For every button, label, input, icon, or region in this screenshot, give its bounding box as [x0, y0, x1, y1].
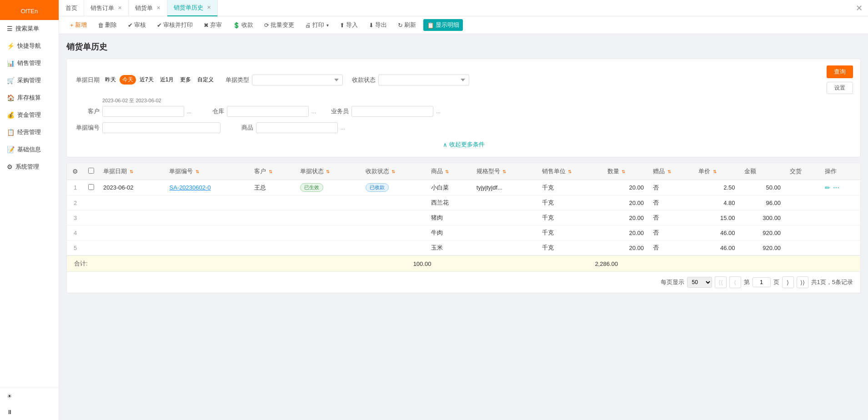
date-tag-custom[interactable]: 自定义	[195, 75, 216, 85]
gift-cell: 否	[648, 225, 694, 240]
sidebar-item-purchase-mgmt[interactable]: 🛒 采购管理	[0, 72, 59, 89]
tab-sales-order-close[interactable]: ✕	[118, 5, 122, 11]
product-ellipsis[interactable]: ...	[341, 125, 345, 131]
price-sort-icon[interactable]: ⇅	[713, 169, 717, 174]
payment-status-cell: 已收款	[361, 180, 426, 195]
sidebar-item-basic-info[interactable]: 📝 基础信息	[0, 141, 59, 158]
last-page-btn[interactable]: ⟩⟩	[797, 276, 808, 288]
checkbox-cell	[84, 195, 99, 210]
amount-cell: 50.00	[740, 180, 786, 195]
delete-button[interactable]: 🗑 删除	[94, 19, 120, 31]
sidebar-item-sales-mgmt[interactable]: 📊 销售管理	[0, 55, 59, 72]
sidebar-bottom-btn2[interactable]: ⏸	[0, 404, 59, 420]
paymentstatus-sort-icon[interactable]: ⇅	[391, 169, 395, 174]
customer-ellipsis[interactable]: ...	[187, 108, 191, 115]
product-sort-icon[interactable]: ⇅	[445, 169, 449, 174]
sidebar-item-quick-nav[interactable]: ⚡ 快捷导航	[0, 37, 59, 55]
row-num-cell: 4	[67, 225, 84, 240]
tab-sales-goods-close[interactable]: ✕	[156, 5, 161, 11]
sidebar-item-search-menu[interactable]: ☰ 搜索菜单	[0, 20, 59, 37]
col-qty: 数量 ⇅	[603, 163, 648, 180]
tab-sales-order[interactable]: 销售订单 ✕	[84, 0, 129, 16]
close-all-tabs-btn[interactable]: ✕	[850, 3, 868, 13]
table-footer: 合计: 100.00 2,286.00	[67, 255, 860, 271]
spec-sort-icon[interactable]: ⇅	[502, 169, 506, 174]
tab-sales-history[interactable]: 销货单历史 ✕	[167, 0, 218, 16]
doc-type-select[interactable]	[252, 75, 343, 85]
add-button[interactable]: + 新增	[66, 19, 90, 31]
staff-ellipsis[interactable]: ...	[436, 108, 441, 115]
date-sort-icon[interactable]: ⇅	[130, 169, 133, 174]
next-page-btn[interactable]: ⟩	[782, 276, 794, 288]
row-checkbox[interactable]	[88, 184, 94, 190]
unit-sort-icon[interactable]: ⇅	[568, 169, 572, 174]
product-cell: 猪肉	[426, 210, 472, 225]
doc-no-cell	[165, 195, 250, 210]
qty-sort-icon[interactable]: ⇅	[622, 169, 625, 174]
import-button[interactable]: ⬆ 导入	[336, 19, 361, 31]
warehouse-ellipsis[interactable]: ...	[311, 108, 316, 115]
date-cell	[99, 195, 165, 210]
purchase-mgmt-icon: 🛒	[7, 77, 15, 84]
docno-sort-icon[interactable]: ⇅	[196, 169, 199, 174]
audit-button[interactable]: ✔ 审核	[124, 19, 150, 31]
payment-status-cell	[361, 240, 426, 255]
date-tag-yesterday[interactable]: 昨天	[102, 75, 119, 85]
per-page-select[interactable]: 10 20 50 100	[687, 277, 712, 288]
display-detail-button[interactable]: 📋 显示明细	[423, 19, 463, 31]
date-tag-7days[interactable]: 近7天	[137, 75, 156, 85]
action-cell	[820, 210, 860, 225]
sidebar-item-label: 系统管理	[15, 163, 39, 171]
date-tag-1month[interactable]: 近1月	[157, 75, 177, 85]
table-settings-button[interactable]: ⚙	[71, 167, 79, 176]
collect-button[interactable]: 💲 收款	[229, 19, 257, 31]
page-number-input[interactable]	[753, 277, 771, 287]
customer-input[interactable]	[102, 106, 184, 117]
sidebar-item-label: 经营管理	[17, 128, 41, 136]
date-tag-more[interactable]: 更多	[177, 75, 194, 85]
warehouse-input[interactable]	[227, 106, 309, 117]
sidebar-item-capital-mgmt[interactable]: 💰 资金管理	[0, 106, 59, 124]
tab-sales-goods[interactable]: 销货单 ✕	[129, 0, 167, 16]
staff-input[interactable]	[351, 106, 433, 117]
sidebar-item-inventory[interactable]: 🏠 库存核算	[0, 89, 59, 106]
doc-no-link[interactable]: SA-20230602-0	[169, 184, 211, 191]
batch-change-icon: ⟳	[264, 22, 269, 29]
sidebar-item-label: 库存核算	[17, 94, 41, 102]
settings-button[interactable]: 设置	[827, 82, 853, 94]
docstatus-sort-icon[interactable]: ⇅	[326, 169, 330, 174]
print-button[interactable]: 🖨 打印	[301, 19, 332, 31]
audit-print-button[interactable]: ✔ 审核并打印	[153, 19, 196, 31]
export-button[interactable]: ⬇ 导出	[365, 19, 391, 31]
gift-cell: 否	[648, 240, 694, 255]
product-cell: 牛肉	[426, 225, 472, 240]
customer-sort-icon[interactable]: ⇅	[269, 169, 272, 174]
date-tag-today[interactable]: 今天	[120, 75, 136, 85]
tab-home[interactable]: 首页	[59, 0, 84, 16]
first-page-btn[interactable]: ⟨⟨	[715, 276, 727, 288]
tab-sales-history-close[interactable]: ✕	[207, 5, 211, 10]
customer-cell: 王总	[250, 180, 295, 195]
abandon-button[interactable]: ✖ 弃审	[200, 19, 226, 31]
doc-no-input[interactable]	[102, 122, 221, 133]
sidebar-item-sys-mgmt[interactable]: ⚙ 系统管理	[0, 158, 59, 175]
gift-cell: 否	[648, 180, 694, 195]
more-icon[interactable]: ⋯	[833, 184, 839, 191]
product-input[interactable]	[256, 122, 338, 133]
payment-status-select[interactable]	[378, 75, 469, 85]
gift-sort-icon[interactable]: ⇅	[667, 169, 671, 174]
basic-info-icon: 📝	[7, 146, 15, 153]
query-button[interactable]: 查询	[827, 65, 853, 78]
sidebar-bottom-btn1[interactable]: ☀	[0, 388, 59, 404]
product-cell: 西兰花	[426, 195, 472, 210]
select-all-checkbox[interactable]	[88, 168, 94, 174]
filter-payment-status: 收款状态	[350, 75, 469, 85]
doc-status-cell	[296, 225, 361, 240]
doc-no-label: 单据编号	[74, 124, 100, 132]
edit-icon[interactable]: ✏	[825, 184, 830, 191]
sidebar-item-ops-mgmt[interactable]: 📋 经营管理	[0, 124, 59, 141]
batch-change-button[interactable]: ⟳ 批量变更	[261, 19, 298, 31]
collapse-filter-btn[interactable]: ∧ 收起更多条件	[74, 139, 853, 150]
prev-page-btn[interactable]: ⟨	[729, 276, 741, 288]
refresh-button[interactable]: ↻ 刷新	[394, 19, 420, 31]
